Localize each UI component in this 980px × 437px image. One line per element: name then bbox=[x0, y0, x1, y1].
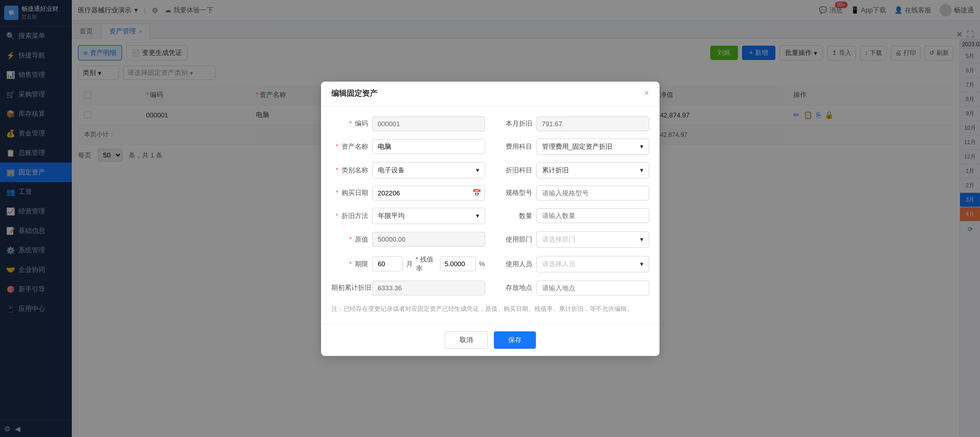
monthly-depreciation-input[interactable] bbox=[536, 116, 649, 131]
initial-accumulated-input[interactable] bbox=[372, 281, 485, 295]
modal-footer: 取消 保存 bbox=[321, 324, 659, 356]
field-category: * 类别名称 电子设备 ▾ bbox=[331, 162, 485, 178]
department-label: 使用部门 bbox=[495, 235, 532, 244]
modal-overlay: 编辑固定资产 × * 编码 本月折旧 * 资产名称 bbox=[0, 0, 980, 437]
chevron-down-icon: ▾ bbox=[476, 212, 479, 220]
chevron-down-icon: ▾ bbox=[640, 143, 644, 150]
purchase-date-label: * 购买日期 bbox=[331, 188, 368, 197]
original-value-label: * 原值 bbox=[331, 235, 368, 244]
modal-title: 编辑固定资产 bbox=[331, 89, 377, 98]
depreciation-method-label: * 折旧方法 bbox=[331, 211, 368, 221]
calendar-icon: 📅 bbox=[472, 189, 481, 197]
period-input[interactable] bbox=[372, 256, 403, 271]
field-location: 存放地点 bbox=[495, 281, 649, 295]
cancel-button[interactable]: 取消 bbox=[445, 331, 488, 349]
chevron-down-icon: ▾ bbox=[476, 166, 479, 174]
field-expense-subject: 费用科目 管理费用_固定资产折旧 ▾ bbox=[495, 138, 649, 155]
field-original-value: * 原值 bbox=[331, 231, 485, 248]
field-purchase-date: * 购买日期 📅 bbox=[331, 186, 485, 201]
expense-subject-select[interactable]: 管理费用_固定资产折旧 ▾ bbox=[536, 138, 649, 155]
field-name: * 资产名称 bbox=[331, 138, 485, 155]
depreciation-subject-select[interactable]: 累计折旧 ▾ bbox=[536, 162, 649, 178]
depreciation-subject-label: 折旧科目 bbox=[495, 166, 532, 175]
modal-header: 编辑固定资产 × bbox=[321, 82, 659, 106]
edit-asset-modal: 编辑固定资产 × * 编码 本月折旧 * 资产名称 bbox=[321, 82, 659, 356]
spec-label: 规格型号 bbox=[495, 188, 532, 197]
monthly-depreciation-label: 本月折旧 bbox=[495, 119, 532, 128]
field-code: * 编码 bbox=[331, 116, 485, 131]
category-label: * 类别名称 bbox=[331, 166, 368, 175]
quantity-label: 数量 bbox=[495, 211, 532, 221]
location-label: 存放地点 bbox=[495, 283, 532, 292]
field-department: 使用部门 请选择部门 ▾ bbox=[495, 231, 649, 248]
period-label: * 期限 bbox=[331, 260, 368, 269]
spec-input[interactable] bbox=[536, 186, 649, 201]
chevron-down-icon: ▾ bbox=[640, 260, 644, 268]
field-depreciation-method: * 折旧方法 年限平均 ▾ bbox=[331, 208, 485, 224]
purchase-date-wrapper: 📅 bbox=[372, 186, 485, 201]
quantity-input[interactable] bbox=[536, 208, 649, 223]
field-quantity: 数量 bbox=[495, 208, 649, 224]
residual-rate-input[interactable] bbox=[440, 256, 476, 271]
field-initial-accumulated: 期初累计折旧 bbox=[331, 281, 485, 295]
field-person: 使用人员 请选择人员 ▾ bbox=[495, 255, 649, 273]
modal-body: * 编码 本月折旧 * 资产名称 费用科目 bbox=[321, 106, 659, 324]
person-label: 使用人员 bbox=[495, 260, 532, 269]
code-input[interactable] bbox=[372, 116, 485, 131]
residual-rate-label: * 残值率 bbox=[416, 255, 437, 273]
save-button[interactable]: 保存 bbox=[494, 331, 536, 349]
field-period-residual: * 期限 月 * 残值率 % bbox=[331, 255, 485, 273]
modal-note: 注：已经存在变更记录或者对应固定资产已经生成凭证，原值、购买日期、残值率、累计折… bbox=[331, 303, 649, 313]
field-monthly-depreciation: 本月折旧 bbox=[495, 116, 649, 131]
period-residual-inline: 月 * 残值率 % bbox=[372, 255, 485, 273]
location-input[interactable] bbox=[536, 281, 649, 295]
initial-accumulated-label: 期初累计折旧 bbox=[331, 283, 368, 292]
code-label: * 编码 bbox=[331, 119, 368, 128]
department-select[interactable]: 请选择部门 ▾ bbox=[536, 231, 649, 248]
category-select[interactable]: 电子设备 ▾ bbox=[372, 162, 485, 178]
name-label: * 资产名称 bbox=[331, 142, 368, 151]
name-input[interactable] bbox=[372, 139, 485, 154]
original-value-input[interactable] bbox=[372, 232, 485, 247]
modal-close-btn[interactable]: × bbox=[644, 89, 649, 98]
chevron-down-icon: ▾ bbox=[640, 166, 644, 174]
chevron-down-icon: ▾ bbox=[640, 235, 644, 243]
expense-subject-label: 费用科目 bbox=[495, 142, 532, 151]
depreciation-method-select[interactable]: 年限平均 ▾ bbox=[372, 208, 485, 224]
field-spec: 规格型号 bbox=[495, 186, 649, 201]
field-depreciation-subject: 折旧科目 累计折旧 ▾ bbox=[495, 162, 649, 178]
purchase-date-input[interactable] bbox=[372, 186, 485, 201]
person-select[interactable]: 请选择人员 ▾ bbox=[536, 256, 649, 272]
